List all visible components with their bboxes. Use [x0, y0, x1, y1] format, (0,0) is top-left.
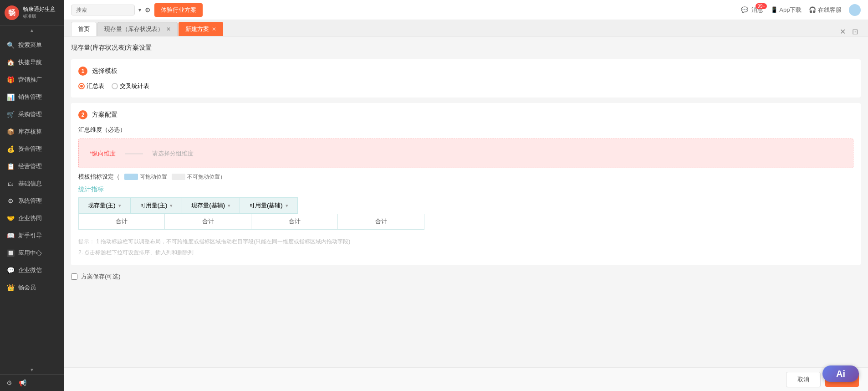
tab-new-plan[interactable]: 新建方案 ✕ [179, 22, 223, 36]
app-download-btn[interactable]: 📱 App下载 [771, 6, 802, 14]
sidebar-item-guide[interactable]: 📖 新手引导 [0, 227, 64, 244]
col3-label: 现存量(基辅) [191, 201, 225, 210]
expand-icon[interactable]: ⊡ [849, 27, 861, 36]
dimension-placeholder: 请选择分组维度 [152, 149, 194, 158]
sidebar-item-label: 系统管理 [18, 197, 42, 205]
ai-badge[interactable]: Ai [822, 365, 859, 382]
sidebar-item-purchase[interactable]: 🛒 采购管理 [0, 106, 64, 123]
sidebar-item-search[interactable]: 🔍 搜索菜单 [0, 36, 64, 54]
section1-title: 选择模板 [92, 67, 117, 75]
col1-label: 现存量(主) [88, 201, 116, 210]
section-template: 1 选择模板 汇总表 交叉统计表 [71, 59, 861, 98]
table-header-col3[interactable]: 现存量(基辅) ▾ [182, 197, 240, 214]
messages-btn[interactable]: 💬 99+ 消息 [741, 6, 763, 14]
col2-label: 可用量(主) [140, 201, 168, 210]
radio-cross[interactable]: 交叉统计表 [112, 82, 149, 90]
sidebar-item-member[interactable]: 👑 畅会员 [0, 279, 64, 296]
sidebar-scroll-up[interactable]: ▲ [0, 26, 64, 35]
main-area: ▾ ⚙ 体验行业方案 💬 99+ 消息 📱 App下载 🎧 在线客服 [64, 0, 868, 391]
cart-icon: 🛒 [6, 111, 15, 118]
col1-dropdown-icon[interactable]: ▾ [118, 203, 121, 209]
chart-icon: 📊 [6, 93, 15, 101]
sidebar-item-system[interactable]: ⚙ 系统管理 [0, 192, 64, 210]
wechat-icon: 💬 [6, 267, 15, 274]
sidebar-item-finance[interactable]: 💰 资金管理 [0, 140, 64, 158]
sidebar-item-management[interactable]: 📋 经营管理 [0, 158, 64, 175]
section2-number: 2 [78, 110, 87, 119]
radio-summary[interactable]: 汇总表 [78, 82, 104, 90]
save-checkbox[interactable] [71, 273, 77, 280]
tab-inventory-close-icon[interactable]: ✕ [166, 26, 171, 32]
tab-inventory[interactable]: 现存量（库存状况表） ✕ [97, 22, 178, 36]
tab-home[interactable]: 首页 [71, 22, 97, 36]
close-panel-icon[interactable]: ✕ [836, 27, 849, 36]
sidebar-item-cooperation[interactable]: 🤝 企业协同 [0, 210, 64, 227]
stats-table-wrapper: 现存量(主) ▾ 可用量(主) ▾ 现存量(基辅) ▾ 可用量(基辅) [78, 197, 853, 230]
box-icon: 📦 [6, 128, 15, 135]
dimension-required-label: 汇总维度（必选） [78, 126, 853, 134]
tab-home-label: 首页 [78, 25, 90, 33]
user-avatar[interactable] [849, 4, 861, 16]
table-header-col2[interactable]: 可用量(主) ▾ [131, 197, 183, 214]
sidebar: 畅 畅康通好生意 标准版 ▲ 🔍 搜索菜单 🏠 快捷导航 🎁 营销推广 📊 销售… [0, 0, 64, 391]
headset-icon: 🎧 [809, 6, 816, 13]
topbar-right: 💬 99+ 消息 📱 App下载 🎧 在线客服 [741, 4, 861, 16]
draggable-hint: 可拖动位置 [124, 173, 167, 181]
topbar-left: ▾ ⚙ 体验行业方案 [71, 3, 736, 17]
dimension-separator: —— [125, 148, 143, 159]
no-drag-hint: 不可拖动位置） [172, 173, 225, 181]
phone-icon: 📱 [771, 6, 778, 13]
sidebar-item-basic[interactable]: 🗂 基础信息 [0, 175, 64, 192]
home-icon: 🏠 [6, 59, 15, 66]
content-area: 现存量(库存状况表)方案设置 1 选择模板 汇总表 交叉统计表 [64, 36, 868, 367]
search-icon: 🔍 [6, 41, 15, 49]
cancel-button[interactable]: 取消 [786, 372, 821, 387]
section1-header: 1 选择模板 [78, 67, 853, 76]
online-service-btn[interactable]: 🎧 在线客服 [809, 6, 842, 14]
sidebar-item-wechat[interactable]: 💬 企业微信 [0, 262, 64, 279]
tab-new-plan-label: 新建方案 [185, 25, 209, 33]
sidebar-item-label: 搜索菜单 [18, 41, 42, 49]
gear-icon: ⚙ [6, 197, 15, 205]
save-option: 方案保存(可选) [71, 273, 861, 281]
search-input[interactable] [71, 5, 135, 15]
col2-dropdown-icon[interactable]: ▾ [170, 203, 173, 209]
col3-dropdown-icon[interactable]: ▾ [228, 203, 230, 209]
footer-bar: 取消 查询 [64, 367, 868, 391]
handshake-icon: 🤝 [6, 215, 15, 222]
tab-inventory-label: 现存量（库存状况表） [104, 25, 163, 33]
speaker-icon[interactable]: 📢 [19, 379, 26, 386]
table-cell-col3: 合计 [251, 214, 338, 230]
sidebar-item-label: 资金管理 [18, 145, 42, 153]
settings-footer-icon[interactable]: ⚙ [6, 379, 12, 386]
section2-header: 2 方案配置 [78, 110, 853, 119]
sidebar-scroll-down[interactable]: ▼ [0, 365, 64, 374]
sidebar-item-label: 企业微信 [18, 266, 42, 274]
sidebar-item-label: 销售管理 [18, 93, 42, 101]
trial-btn[interactable]: 体验行业方案 [154, 3, 203, 17]
sidebar-item-label: 营销推广 [18, 76, 42, 84]
tips-section: 提示： 1.拖动标题栏可以调整布局，不可跨维度或指标区域拖动栏目字段(只能在同一… [78, 236, 853, 258]
sidebar-item-appcenter[interactable]: 🔲 应用中心 [0, 244, 64, 262]
col4-dropdown-icon[interactable]: ▾ [286, 203, 288, 209]
dropdown-arrow-icon[interactable]: ▾ [138, 7, 141, 13]
save-option-label: 方案保存(可选) [81, 273, 121, 281]
dimension-selector[interactable]: *纵向维度 —— 请选择分组维度 [78, 139, 853, 168]
tab-new-plan-close-icon[interactable]: ✕ [212, 26, 216, 32]
topbar-settings-icon[interactable]: ⚙ [145, 6, 151, 14]
indicator-settings-text: 模板指标设定（ [78, 173, 120, 181]
no-drag-box-indicator [172, 174, 185, 180]
sidebar-footer: ⚙ 📢 [0, 374, 64, 391]
tabs-bar: 首页 现存量（库存状况表） ✕ 新建方案 ✕ ✕ ⊡ [64, 20, 868, 36]
draggable-label: 可拖动位置 [140, 173, 167, 181]
table-header-col1[interactable]: 现存量(主) ▾ [78, 197, 131, 214]
clipboard-icon: 📋 [6, 163, 15, 170]
sidebar-item-label: 经营管理 [18, 162, 42, 170]
sidebar-item-quicknav[interactable]: 🏠 快捷导航 [0, 54, 64, 71]
sidebar-item-marketing[interactable]: 🎁 营销推广 [0, 71, 64, 88]
sidebar-item-sales[interactable]: 📊 销售管理 [0, 88, 64, 106]
grid-icon: 🔲 [6, 249, 15, 257]
table-header-col4[interactable]: 可用量(基辅) ▾ [240, 197, 298, 214]
tip-item-2: 2. 点击标题栏下拉可设置排序、插入列和删除列 [78, 249, 194, 256]
sidebar-item-inventory[interactable]: 📦 库存核算 [0, 123, 64, 140]
